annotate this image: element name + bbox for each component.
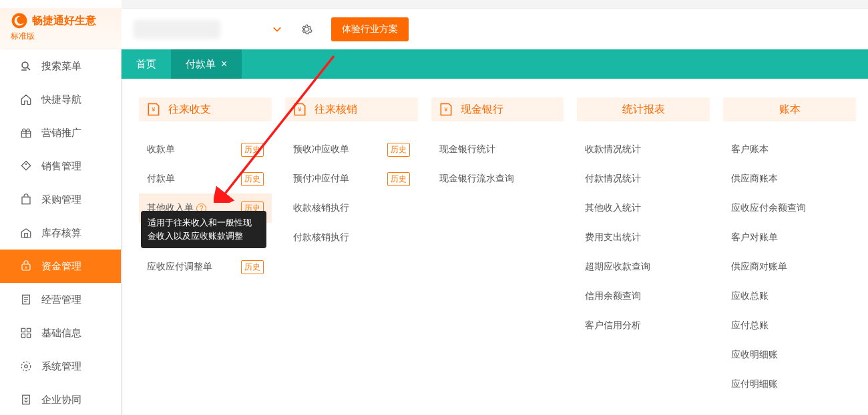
grid-icon bbox=[20, 327, 32, 339]
search-icon bbox=[20, 60, 32, 72]
menu-item[interactable]: 收款情况统计 bbox=[577, 135, 710, 164]
menu-list: 预收冲应收单历史预付冲应付单历史收款核销执行付款核销执行 bbox=[285, 135, 418, 252]
sys-icon bbox=[20, 360, 32, 372]
sidebar-item-sys[interactable]: 系统管理 bbox=[0, 350, 121, 383]
menu-item[interactable]: 应收应付调整单历史 bbox=[139, 252, 272, 282]
sidebar-item-fund[interactable]: ¥资金管理 bbox=[0, 250, 121, 283]
chevron-down-icon[interactable] bbox=[271, 23, 283, 35]
sidebar-item-stock[interactable]: 库存核算 bbox=[0, 216, 121, 250]
tag-icon bbox=[20, 160, 32, 172]
brand-edition: 标准版 bbox=[11, 31, 35, 42]
sidebar-item-tag[interactable]: 销售管理 bbox=[0, 149, 121, 183]
menu-column: ¥现金银行现金银行统计现金银行流水查询 bbox=[431, 97, 564, 399]
menu-item[interactable]: 信用余额查询 bbox=[577, 282, 710, 311]
menu-item-label: 费用支出统计 bbox=[585, 232, 641, 244]
menu-item-label: 现金银行统计 bbox=[439, 143, 495, 155]
menu-item[interactable]: 付款情况统计 bbox=[577, 164, 710, 193]
sidebar-item-label: 资金管理 bbox=[41, 260, 81, 273]
menu-item[interactable]: 供应商对账单 bbox=[723, 252, 856, 282]
menu-item-label: 应付明细账 bbox=[731, 378, 778, 390]
menu-item[interactable]: 预付冲应付单历史 bbox=[285, 164, 418, 193]
menu-item-label: 付款情况统计 bbox=[585, 173, 641, 185]
menu-item-label: 其他收入统计 bbox=[585, 202, 641, 214]
svg-rect-18 bbox=[27, 334, 31, 338]
collab-icon bbox=[20, 394, 32, 406]
svg-line-1 bbox=[27, 67, 30, 70]
column-title: 账本 bbox=[779, 103, 801, 117]
menu-item[interactable]: 超期应收款查询 bbox=[577, 252, 710, 282]
gear-icon[interactable] bbox=[300, 23, 312, 35]
menu-item[interactable]: 应收明细账 bbox=[723, 340, 856, 370]
column-header: 统计报表 bbox=[577, 97, 710, 121]
menu-item-label: 应收明细账 bbox=[731, 349, 778, 361]
sidebar-item-collab[interactable]: 企业协同 bbox=[0, 383, 121, 415]
menu-item[interactable]: 费用支出统计 bbox=[577, 223, 710, 252]
sidebar-item-bag[interactable]: 采购管理 bbox=[0, 183, 121, 216]
svg-text:¥: ¥ bbox=[152, 106, 156, 113]
svg-point-19 bbox=[21, 362, 31, 371]
menu-item[interactable]: 收款核销执行 bbox=[285, 193, 418, 223]
sidebar-item-label: 库存核算 bbox=[41, 227, 81, 240]
menu-item[interactable]: 应收总账 bbox=[723, 282, 856, 311]
history-badge[interactable]: 历史 bbox=[241, 260, 264, 274]
sidebar-item-label: 销售管理 bbox=[41, 160, 81, 173]
sidebar-item-search[interactable]: 搜索菜单 bbox=[0, 49, 121, 83]
sidebar-item-label: 营销推广 bbox=[41, 127, 81, 139]
history-badge[interactable]: 历史 bbox=[387, 172, 410, 186]
menu-item[interactable]: 供应商账本 bbox=[723, 164, 856, 193]
close-icon[interactable]: × bbox=[221, 58, 227, 70]
tab[interactable]: 首页 bbox=[122, 49, 171, 79]
menu-column: 统计报表收款情况统计付款情况统计其他收入统计费用支出统计超期应收款查询信用余额查… bbox=[577, 97, 710, 399]
menu-item[interactable]: 应付总账 bbox=[723, 311, 856, 340]
menu-item-label: 付款核销执行 bbox=[293, 232, 349, 244]
column-header: ¥往来核销 bbox=[285, 97, 418, 121]
history-badge[interactable]: 历史 bbox=[241, 143, 264, 157]
home-icon bbox=[20, 93, 32, 105]
menu-item[interactable]: 现金银行流水查询 bbox=[431, 164, 564, 193]
sidebar-item-gift[interactable]: 营销推广 bbox=[0, 116, 121, 149]
menu-item-label: 收款单 bbox=[147, 143, 175, 155]
menu-item[interactable]: 客户账本 bbox=[723, 135, 856, 164]
cta-button[interactable]: 体验行业方案 bbox=[331, 17, 409, 41]
sidebar-item-home[interactable]: 快捷导航 bbox=[0, 83, 121, 116]
menu-item[interactable]: 其他收入统计 bbox=[577, 193, 710, 223]
tooltip: 适用于往来收入和一般性现金收入以及应收账款调整 bbox=[141, 211, 266, 248]
menu-item-label: 客户对账单 bbox=[731, 232, 778, 244]
menu-column: ¥往来核销预收冲应收单历史预付冲应付单历史收款核销执行付款核销执行 bbox=[285, 97, 418, 399]
top-blur-band bbox=[122, 0, 868, 8]
column-title: 统计报表 bbox=[622, 103, 665, 117]
history-badge[interactable]: 历史 bbox=[387, 143, 410, 157]
svg-rect-15 bbox=[21, 328, 25, 332]
tab[interactable]: 付款单× bbox=[171, 49, 242, 79]
history-badge[interactable]: 历史 bbox=[241, 172, 264, 186]
tab-label: 付款单 bbox=[186, 58, 216, 71]
sidebar-item-label: 基础信息 bbox=[41, 327, 81, 340]
header-content: 体验行业方案 bbox=[122, 8, 868, 49]
sidebar-item-label: 搜索菜单 bbox=[41, 60, 81, 73]
menu-item[interactable]: 付款核销执行 bbox=[285, 223, 418, 252]
column-title: 现金银行 bbox=[461, 103, 503, 117]
menu-item-label: 应收应付调整单 bbox=[147, 261, 212, 273]
sidebar-item-doc[interactable]: 经营管理 bbox=[0, 283, 121, 316]
menu-item-label: 信用余额查询 bbox=[585, 290, 641, 302]
menu-item[interactable]: 应收应付余额查询 bbox=[723, 193, 856, 223]
menu-item[interactable]: 预收冲应收单历史 bbox=[285, 135, 418, 164]
menu-list: 现金银行统计现金银行流水查询 bbox=[431, 135, 564, 193]
menu-item[interactable]: 客户对账单 bbox=[723, 223, 856, 252]
svg-rect-7 bbox=[22, 197, 30, 204]
menu-column: 账本客户账本供应商账本应收应付余额查询客户对账单供应商对账单应收总账应付总账应收… bbox=[723, 97, 856, 399]
sidebar-item-grid[interactable]: 基础信息 bbox=[0, 316, 121, 350]
menu-item[interactable]: 应付明细账 bbox=[723, 370, 856, 399]
menu-item-label: 收款核销执行 bbox=[293, 202, 349, 214]
svg-text:¥: ¥ bbox=[297, 106, 301, 113]
menu-item-label: 供应商账本 bbox=[731, 173, 778, 185]
bag-icon bbox=[20, 193, 32, 205]
menu-item[interactable]: 客户信用分析 bbox=[577, 311, 710, 340]
menu-item[interactable]: 付款单历史 bbox=[139, 164, 272, 193]
menu-item-label: 客户信用分析 bbox=[585, 320, 641, 332]
menu-item[interactable]: 收款单历史 bbox=[139, 135, 272, 164]
menu-item[interactable]: 现金银行统计 bbox=[431, 135, 564, 164]
app-header: 畅捷通好生意 标准版 体验行业方案 bbox=[0, 8, 868, 49]
menu-item-label: 收款情况统计 bbox=[585, 143, 641, 155]
menu-item-label: 超期应收款查询 bbox=[585, 261, 650, 273]
